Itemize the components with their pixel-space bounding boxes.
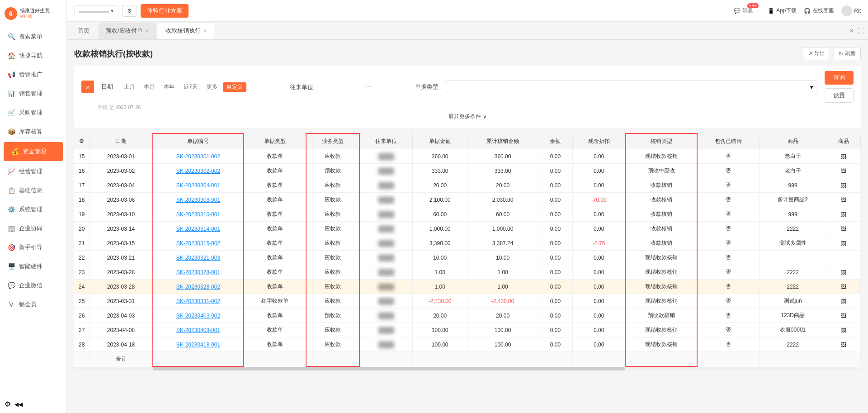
cell-voucher-no[interactable]: SK-20230408-001 <box>153 323 244 337</box>
date-7days-btn[interactable]: 近7天 <box>180 82 201 92</box>
cell-voucher-no[interactable]: SK-20230418-001 <box>153 337 244 352</box>
sidebar-item-wechat[interactable]: 💬 企业微信 <box>0 276 66 295</box>
cell-voucher-no[interactable]: SK-20230308-001 <box>153 193 244 207</box>
gear-settings-btn[interactable]: ⚙ <box>122 5 137 17</box>
sidebar-item-operation[interactable]: 📈 经营管理 <box>0 162 66 181</box>
cell-includes-cleared: 否 <box>697 207 759 222</box>
user-info[interactable]: Rit <box>841 5 861 16</box>
cell-voucher-no[interactable]: SK-20230328-001 <box>153 265 244 280</box>
cell-voucher-no[interactable]: SK-20230302-002 <box>153 164 244 178</box>
sidebar-item-quicknav[interactable]: 🏠 快捷导航 <box>0 46 66 65</box>
date-this-month-btn[interactable]: 本月 <box>140 82 158 92</box>
online-service-btn[interactable]: 🎧 在线客服 <box>804 7 834 14</box>
table-row: 162023-03-02SK-20230302-002收款单预收款████333… <box>74 164 861 178</box>
cell-balance: 0.00 <box>538 149 573 164</box>
export-icon: ↗ <box>808 51 812 57</box>
date-custom-btn[interactable]: 自定义 <box>223 82 246 92</box>
expand-more-row[interactable]: 展开更多条件 ∨ <box>81 111 854 122</box>
cell-voucher-no[interactable]: SK-20230314-001 <box>153 222 244 236</box>
sidebar-item-inventory[interactable]: 📦 库存核算 <box>0 122 66 141</box>
cell-voucher-no[interactable]: SK-20230315-002 <box>153 236 244 251</box>
money-icon: 💰 <box>11 147 19 156</box>
sidebar-item-purchase[interactable]: 🛒 采购管理 <box>0 103 66 122</box>
sidebar-item-hardware[interactable]: 🖥️ 智能硬件 <box>0 257 66 276</box>
cell-cash-discount: 0.00 <box>572 222 625 236</box>
cell-voucher-no[interactable]: SK-20230321-003 <box>153 251 244 265</box>
sidebar-item-guide[interactable]: 🎯 新手引导 <box>0 238 66 257</box>
cell-write-off-type: 收款核销 <box>626 236 698 251</box>
tab-home[interactable]: 首页 <box>71 23 97 39</box>
date-prev-month-btn[interactable]: 上月 <box>120 82 138 92</box>
cell-biz-type: 预收款 <box>306 309 359 323</box>
sidebar-item-marketing-label: 营销推广 <box>19 71 42 79</box>
data-table: ⚙ 日期 单据编号 单据类型 业务类型 往来单位 单据金额 累计核销金额 余额 … <box>74 133 861 370</box>
date-this-year-btn[interactable]: 本年 <box>160 82 178 92</box>
sidebar-item-basic[interactable]: 📋 基础信息 <box>0 181 66 200</box>
tab-maximize-icon[interactable]: ⛶ <box>858 27 864 34</box>
tab-collection[interactable]: 收款核销执行 × <box>158 23 214 39</box>
app-download-btn[interactable]: 📱 App下载 <box>768 7 797 14</box>
sidebar-item-finance[interactable]: 💰 资金管理 <box>4 142 63 161</box>
sidebar-item-system-label: 系统管理 <box>19 205 42 214</box>
sidebar-item-marketing[interactable]: 📢 营销推广 <box>0 65 66 84</box>
phone-icon: 📱 <box>768 8 774 14</box>
messages-button[interactable]: 💬 消息 99+ <box>734 7 753 14</box>
refresh-button[interactable]: ↻ 刷新 <box>834 47 861 60</box>
cell-cash-discount: 0.00 <box>572 294 625 309</box>
sidebar-item-system[interactable]: ⚙️ 系统管理 <box>0 200 66 219</box>
voucher-type-select[interactable]: ▾ <box>446 81 817 93</box>
sidebar-item-sales[interactable]: 📊 销售管理 <box>0 84 66 103</box>
cell-balance: 0.00 <box>538 178 573 193</box>
cell-balance: 0.00 <box>538 323 573 337</box>
solution-button[interactable]: 体验行业方案 <box>141 4 189 18</box>
export-button[interactable]: ↗ 导出 <box>803 47 830 60</box>
cell-voucher-no[interactable]: SK-20230301-002 <box>153 149 244 164</box>
tab-prepay-close-icon[interactable]: × <box>146 28 149 34</box>
date-more-btn[interactable]: 更多 <box>203 82 221 92</box>
table-row: 192023-03-10SK-20230310-001收款单应收款████60.… <box>74 207 861 222</box>
cell-date: 2023-03-10 <box>90 207 153 222</box>
search-icon: 🔍 <box>7 33 15 41</box>
cell-num: 16 <box>74 164 90 178</box>
sidebar-item-member[interactable]: V 畅会员 <box>0 295 66 314</box>
cell-voucher-no[interactable]: SK-20230331-002 <box>153 294 244 309</box>
filter-expand-btn[interactable]: » <box>81 81 94 93</box>
cell-voucher-no[interactable]: SK-20230310-001 <box>153 207 244 222</box>
query-button[interactable]: 查询 <box>825 71 854 85</box>
sidebar-item-wechat-label: 企业微信 <box>19 281 42 290</box>
settings-icon[interactable]: ⚙ <box>5 400 11 408</box>
setting-button[interactable]: 设置 <box>825 88 854 103</box>
cell-goods: 999 <box>760 178 826 193</box>
top-header: ▬▬▬▬▬▬ ▾ ⚙ 体验行业方案 💬 消息 99+ 📱 App下载 🎧 在线客… <box>67 0 868 22</box>
cell-amount: 20.00 <box>413 178 467 193</box>
horizontal-scrollbar[interactable] <box>74 367 861 370</box>
cell-goods: 2222 <box>760 222 826 236</box>
cell-goods-img: 🖼 <box>826 222 861 236</box>
cell-num: 15 <box>74 149 90 164</box>
cell-write-off-type: 预收中应收 <box>626 164 698 178</box>
cell-num: 22 <box>74 251 90 265</box>
header-right: 💬 消息 99+ 📱 App下载 🎧 在线客服 Rit <box>734 5 861 16</box>
cell-voucher-no[interactable]: SK-20230403-002 <box>153 309 244 323</box>
col-settings-icon[interactable]: ⚙ <box>74 133 90 149</box>
cell-goods-img: 🖼 <box>826 164 861 178</box>
cell-voucher-type: 收款单 <box>244 337 306 352</box>
sidebar-item-enterprise[interactable]: 🏢 企业协同 <box>0 219 66 238</box>
cell-voucher-no[interactable]: SK-20230328-002 <box>153 280 244 294</box>
col-cash-discount: 现金折扣 <box>572 133 625 149</box>
date-filters: 上月 本月 本年 近7天 更多 自定义 <box>120 82 246 92</box>
counterparty-dots: 往来单位 ··· <box>254 83 408 91</box>
scrollbar-thumb[interactable] <box>153 367 625 370</box>
tab-close-window-icon[interactable]: ✕ <box>849 27 854 34</box>
workspace-dropdown[interactable]: ▬▬▬▬▬▬ ▾ <box>74 5 118 16</box>
tab-prepay[interactable]: 预收/应收付单 × <box>99 23 156 39</box>
cell-date: 2023-03-21 <box>90 251 153 265</box>
tab-collection-close-icon[interactable]: × <box>203 28 207 34</box>
cell-num: 23 <box>74 265 90 280</box>
table-row: 182023-03-08SK-20230308-001收款单应收款████2,1… <box>74 193 861 207</box>
cell-voucher-no[interactable]: SK-20230304-001 <box>153 178 244 193</box>
cell-date: 2023-03-15 <box>90 236 153 251</box>
cell-accum-amount: 100.00 <box>467 337 538 352</box>
sidebar-item-search[interactable]: 🔍 搜索菜单 <box>0 27 66 46</box>
collapse-icon[interactable]: ◀◀ <box>14 401 23 408</box>
